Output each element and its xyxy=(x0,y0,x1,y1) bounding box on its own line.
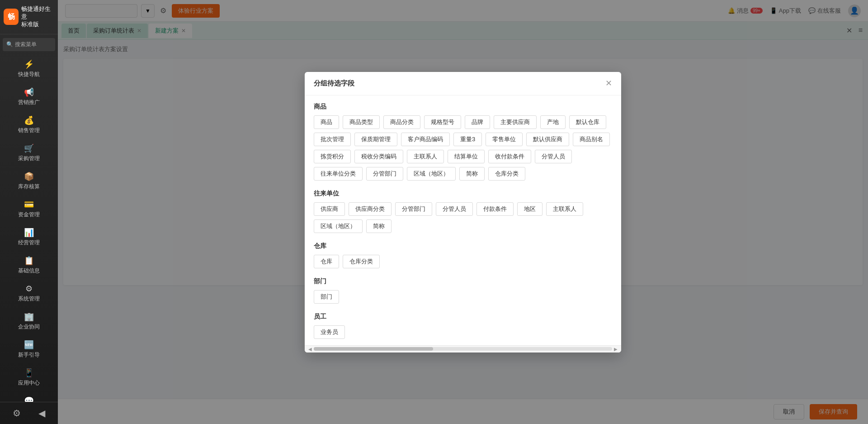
back-icon[interactable]: ◀ xyxy=(37,406,47,420)
field-tag-保质期管理[interactable]: 保质期管理 xyxy=(354,133,397,146)
field-tag-仓库分类[interactable]: 仓库分类 xyxy=(488,167,525,181)
field-tag-零售单位[interactable]: 零售单位 xyxy=(486,133,523,146)
scroll-right-icon[interactable]: ▶ xyxy=(612,347,619,352)
modal-dialog: 分组待选字段 ✕ 商品商品商品类型商品分类规格型号品牌主要供应商产地默认仓库批次… xyxy=(305,72,621,353)
section-title-dept: 部门 xyxy=(314,277,612,286)
sales-icon: 💰 xyxy=(24,115,34,125)
section-staff: 员工业务员 xyxy=(314,313,612,339)
sidebar-item-guide[interactable]: 🆕新手引导 xyxy=(0,335,58,363)
field-tag-部门[interactable]: 部门 xyxy=(314,290,339,304)
field-tag-商品别名[interactable]: 商品别名 xyxy=(573,133,610,146)
section-partner: 往来单位供应商供应商分类分管部门分管人员付款条件地区主联系人区域（地区）简称 xyxy=(314,190,612,233)
field-tag-分管部门[interactable]: 分管部门 xyxy=(395,202,432,216)
wechat-icon: 💬 xyxy=(24,396,34,402)
sidebar-item-finance[interactable]: 💳资金管理 xyxy=(0,195,58,223)
marketing-icon: 📢 xyxy=(24,87,34,97)
sidebar-item-app-center[interactable]: 📱应用中心 xyxy=(0,363,58,391)
sidebar-item-wechat[interactable]: 💬企业微信 xyxy=(0,391,58,402)
hscroll-thumb xyxy=(314,347,433,351)
section-dept: 部门部门 xyxy=(314,277,612,304)
field-tag-规格型号[interactable]: 规格型号 xyxy=(424,115,461,129)
enterprise-icon: 🏢 xyxy=(24,312,34,322)
field-tag-批次管理[interactable]: 批次管理 xyxy=(314,133,351,146)
field-tag-分管人员[interactable]: 分管人员 xyxy=(436,202,473,216)
field-tag-分管部门[interactable]: 分管部门 xyxy=(366,167,403,181)
sidebar-nav: ⚡快捷导航📢营销推广💰销售管理🛒采购管理📦库存核算💳资金管理📊经营管理📋基础信息… xyxy=(0,55,58,402)
sidebar-logo: 畅 畅捷通好生意 标准版 xyxy=(0,0,58,34)
sidebar-item-enterprise[interactable]: 🏢企业协同 xyxy=(0,307,58,335)
field-tag-付款条件[interactable]: 付款条件 xyxy=(476,202,514,216)
field-tag-简称[interactable]: 简称 xyxy=(459,167,485,181)
field-tag-拣货积分[interactable]: 拣货积分 xyxy=(314,150,351,163)
field-tag-客户商品编码[interactable]: 客户商品编码 xyxy=(401,133,450,146)
base-info-icon: 📋 xyxy=(24,256,34,266)
field-tag-供应商分类[interactable]: 供应商分类 xyxy=(349,202,392,216)
field-tag-结算单位[interactable]: 结算单位 xyxy=(448,150,485,163)
sidebar-item-purchase[interactable]: 🛒采购管理 xyxy=(0,139,58,167)
field-tag-默认供应商[interactable]: 默认供应商 xyxy=(526,133,569,146)
sidebar-item-inventory[interactable]: 📦库存核算 xyxy=(0,167,58,195)
field-tag-商品[interactable]: 商品 xyxy=(314,115,339,129)
section-goods: 商品商品商品类型商品分类规格型号品牌主要供应商产地默认仓库批次管理保质期管理客户… xyxy=(314,103,612,181)
field-tag-重量3[interactable]: 重量3 xyxy=(453,133,482,146)
sidebar-item-system[interactable]: ⚙系统管理 xyxy=(0,279,58,307)
sidebar-bottom: ⚙ ◀ xyxy=(0,402,58,424)
field-tag-主联系人[interactable]: 主联系人 xyxy=(546,202,583,216)
app-logo-icon: 畅 xyxy=(4,9,19,25)
modal-header: 分组待选字段 ✕ xyxy=(305,72,621,95)
field-tags-partner: 供应商供应商分类分管部门分管人员付款条件地区主联系人区域（地区）简称 xyxy=(314,202,612,233)
section-title-staff: 员工 xyxy=(314,313,612,321)
field-tag-商品类型[interactable]: 商品类型 xyxy=(343,115,380,129)
field-tags-goods: 商品商品类型商品分类规格型号品牌主要供应商产地默认仓库批次管理保质期管理客户商品… xyxy=(314,115,612,181)
sidebar-item-marketing[interactable]: 📢营销推广 xyxy=(0,83,58,111)
field-tag-主联系人[interactable]: 主联系人 xyxy=(407,150,444,163)
system-icon: ⚙ xyxy=(25,284,33,294)
modal-body: 商品商品商品类型商品分类规格型号品牌主要供应商产地默认仓库批次管理保质期管理客户… xyxy=(305,95,621,345)
settings-icon[interactable]: ⚙ xyxy=(11,406,23,420)
sidebar: 畅 畅捷通好生意 标准版 🔍 搜索菜单 ⚡快捷导航📢营销推广💰销售管理🛒采购管理… xyxy=(0,0,58,424)
finance-icon: 💳 xyxy=(24,200,34,210)
sidebar-item-operations[interactable]: 📊经营管理 xyxy=(0,223,58,251)
field-tag-税收分类编码[interactable]: 税收分类编码 xyxy=(354,150,403,163)
field-tags-warehouse: 仓库仓库分类 xyxy=(314,255,612,268)
scroll-left-icon[interactable]: ◀ xyxy=(307,347,314,352)
modal-title: 分组待选字段 xyxy=(314,79,354,88)
section-warehouse: 仓库仓库仓库分类 xyxy=(314,242,612,268)
field-tag-区域（地区）[interactable]: 区域（地区） xyxy=(407,167,456,181)
field-tag-默认仓库[interactable]: 默认仓库 xyxy=(569,115,606,129)
field-tag-供应商[interactable]: 供应商 xyxy=(314,202,345,216)
sidebar-item-sales[interactable]: 💰销售管理 xyxy=(0,111,58,139)
field-tag-业务员[interactable]: 业务员 xyxy=(314,325,345,339)
sidebar-search[interactable]: 🔍 搜索菜单 xyxy=(3,38,55,51)
modal-overlay: 分组待选字段 ✕ 商品商品商品类型商品分类规格型号品牌主要供应商产地默认仓库批次… xyxy=(58,0,868,424)
sidebar-item-base-info[interactable]: 📋基础信息 xyxy=(0,251,58,279)
inventory-icon: 📦 xyxy=(24,172,34,181)
field-tag-产地[interactable]: 产地 xyxy=(540,115,566,129)
field-tag-分管人员[interactable]: 分管人员 xyxy=(535,150,572,163)
field-tag-地区[interactable]: 地区 xyxy=(517,202,542,216)
hscroll-track xyxy=(314,347,612,351)
modal-close-button[interactable]: ✕ xyxy=(605,79,612,87)
search-icon: 🔍 xyxy=(6,41,13,48)
operations-icon: 📊 xyxy=(24,228,34,238)
field-tag-往来单位分类[interactable]: 往来单位分类 xyxy=(314,167,363,181)
guide-icon: 🆕 xyxy=(24,340,34,350)
quick-nav-icon: ⚡ xyxy=(24,59,34,69)
sidebar-item-quick-nav[interactable]: ⚡快捷导航 xyxy=(0,55,58,83)
field-tags-dept: 部门 xyxy=(314,290,612,304)
field-tag-简称[interactable]: 简称 xyxy=(366,219,392,233)
purchase-icon: 🛒 xyxy=(24,143,34,153)
app-logo-text: 畅捷通好生意 标准版 xyxy=(21,5,54,29)
field-tag-主要供应商[interactable]: 主要供应商 xyxy=(494,115,537,129)
field-tag-收付款条件[interactable]: 收付款条件 xyxy=(488,150,531,163)
modal-footer-scrollbar[interactable]: ◀ ▶ xyxy=(305,345,621,353)
field-tag-仓库分类[interactable]: 仓库分类 xyxy=(343,255,380,268)
field-tag-品牌[interactable]: 品牌 xyxy=(465,115,490,129)
field-tags-staff: 业务员 xyxy=(314,325,612,339)
field-tag-商品分类[interactable]: 商品分类 xyxy=(383,115,420,129)
field-tag-区域（地区）[interactable]: 区域（地区） xyxy=(314,219,363,233)
app-center-icon: 📱 xyxy=(24,368,34,378)
field-tag-仓库[interactable]: 仓库 xyxy=(314,255,339,268)
section-title-partner: 往来单位 xyxy=(314,190,612,198)
section-title-warehouse: 仓库 xyxy=(314,242,612,250)
